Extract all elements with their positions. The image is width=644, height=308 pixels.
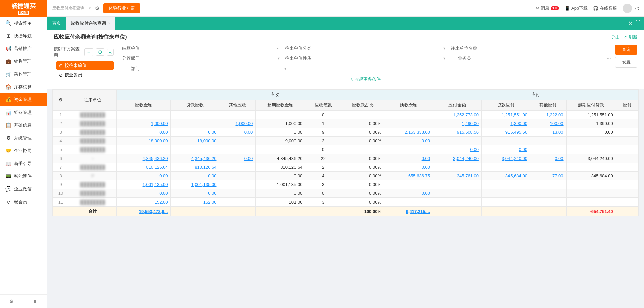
filter-main-row: 按以下方案查询 ＋ ⊙ « ⊙ 按往来单位 ⊙ 按业务员 xyxy=(54,45,637,85)
content: 应收应付余额查询(按往来单位) ↑ 导出 ↻ 刷新 按以下方案查询 xyxy=(47,30,644,308)
filter-row-2: 分管部门 ▾ 往来单位性质 ▾ 业务员 ··· xyxy=(119,55,611,62)
breadcrumb-chevron: ▾ xyxy=(89,6,91,11)
data-table: ⚙ 往来单位 应收 应付 应收金额 贷款应收 其他应收 超期应收金额 应收笔数 … xyxy=(52,89,639,216)
query-button[interactable]: 查询 xyxy=(615,45,637,55)
sidebar-item-库存核算[interactable]: 🏠库存核算 xyxy=(0,81,47,93)
nature-chevron-icon[interactable]: ▾ xyxy=(443,56,445,61)
dept-chevron-icon[interactable]: ▾ xyxy=(278,56,280,61)
sidebar-item-智能硬件[interactable]: 📟智能硬件 xyxy=(0,170,47,183)
main-area: 应收应付余额查询 ▾ ⚙ 体验行业方案 ✉ 消息 99+ 📱 App下载 🎧 在… xyxy=(47,0,644,308)
service-icon: 🎧 xyxy=(593,6,598,11)
table-row: 2████████1,000.001,000.001,000.0010.00%1… xyxy=(53,119,639,128)
user-name: Rit xyxy=(633,6,639,11)
option-icon-2: ⊙ xyxy=(59,73,63,78)
table-row: 10████████0.000.000.0000.00%0.00 xyxy=(53,189,639,198)
table-row: 1████████01,252,773.001,251,551.001,222.… xyxy=(53,111,639,119)
message-item[interactable]: ✉ 消息 99+ xyxy=(536,5,559,11)
field-label-category: 往来单位分类 xyxy=(285,45,311,51)
tab-home[interactable]: 首页 xyxy=(47,17,66,30)
field-label-nature: 往来单位性质 xyxy=(285,55,311,61)
sidebar-icon: 📢 xyxy=(5,46,11,52)
sidebar-item-资金管理[interactable]: 💰资金管理 xyxy=(0,93,47,106)
sidebar-icon: 📟 xyxy=(5,173,11,179)
sidebar-item-销售管理[interactable]: 💼销售管理 xyxy=(0,55,47,68)
sidebar-item-搜索菜单[interactable]: 🔍搜索菜单 xyxy=(0,17,47,30)
export-btn[interactable]: ↑ 导出 xyxy=(608,34,620,40)
filter-option-salesperson[interactable]: ⊙ 按业务员 xyxy=(56,71,114,79)
footer-rec-amt[interactable]: 19,553,472,6... xyxy=(116,207,171,216)
sidebar-settings-btn[interactable]: ⚙ xyxy=(7,297,16,305)
collapse-filter-btn[interactable]: « xyxy=(107,49,114,56)
footer-prepay[interactable]: 6,417,215.... xyxy=(384,207,433,216)
online-service-item[interactable]: 🎧 在线客服 xyxy=(593,5,617,11)
sidebar-icon: ⊞ xyxy=(5,33,11,39)
counterpart-name-input[interactable] xyxy=(479,45,611,52)
footer-pay-loan xyxy=(481,207,530,216)
department-chevron-icon[interactable]: ▾ xyxy=(284,66,286,71)
table-row: 9████████1,001,135.001,001,135.001,001,1… xyxy=(53,180,639,189)
message-label: 消息 xyxy=(541,5,549,11)
footer-pay-overdue: -654,751.40 xyxy=(566,207,616,216)
sidebar-item-label: 采购管理 xyxy=(14,71,32,77)
table-row: 3████████0.000.000.000.0090.00%2,153,333… xyxy=(53,128,639,137)
sidebar-item-快捷导航[interactable]: ⊞快捷导航 xyxy=(0,30,47,42)
col-pay-other: 其他应付 xyxy=(530,100,566,111)
sidebar-item-营销推广[interactable]: 📢营销推广 xyxy=(0,42,47,55)
salesperson-input[interactable] xyxy=(473,55,605,62)
page-title: 应收应付余额查询(按往来单位) xyxy=(54,34,127,41)
counterpart-category-input[interactable] xyxy=(313,45,448,52)
sidebar-item-企业微信[interactable]: 💬企业微信 xyxy=(0,183,47,195)
maximize-btn[interactable]: ⛶ xyxy=(635,20,641,26)
footer-rec-count xyxy=(305,207,341,216)
sidebar-item-label: 基础信息 xyxy=(14,122,32,128)
filter-sidebar: 按以下方案查询 ＋ ⊙ « ⊙ 按往来单位 ⊙ 按业务员 xyxy=(54,45,114,85)
sidebar-item-企业协同[interactable]: 🤝企业协同 xyxy=(0,144,47,157)
col-pay-amt: 应付金额 xyxy=(433,100,481,111)
sidebar-icon: 📖 xyxy=(5,161,11,167)
edit-filter-btn[interactable]: ⊙ xyxy=(96,48,104,56)
topbar: 应收应付余额查询 ▾ ⚙ 体验行业方案 ✉ 消息 99+ 📱 App下载 🎧 在… xyxy=(47,0,644,17)
add-filter-btn[interactable]: ＋ xyxy=(84,48,93,56)
avatar xyxy=(623,4,632,13)
filter-option-counterpart[interactable]: ⊙ 按往来单位 xyxy=(56,61,114,70)
counterpart-nature-input[interactable] xyxy=(313,55,448,62)
tab-active[interactable]: 应收应付余额查询 × xyxy=(66,17,115,30)
salesperson-dots[interactable]: ··· xyxy=(607,55,611,61)
dept-in-charge-input[interactable] xyxy=(142,55,282,62)
footer-label: 合计 xyxy=(69,207,117,216)
tab-label: 应收应付余额查询 xyxy=(71,20,106,26)
settlement-unit-dots[interactable]: ··· xyxy=(275,45,280,51)
setting-button[interactable]: 设置 xyxy=(615,57,637,68)
topbar-gear-icon[interactable]: ⚙ xyxy=(95,5,99,11)
message-badge: 99+ xyxy=(551,6,559,10)
sidebar-item-采购管理[interactable]: 🛒采购管理 xyxy=(0,68,47,81)
col-settings[interactable]: ⚙ xyxy=(53,90,69,111)
app-download-item[interactable]: 📱 App下载 xyxy=(565,5,588,11)
filter-collapse-row: ∧ 收起更多条件 xyxy=(119,75,611,85)
export-icon: ↑ xyxy=(608,35,610,40)
field-label-salesperson: 业务员 xyxy=(451,55,471,61)
user-avatar-item[interactable]: Rit xyxy=(623,4,639,13)
sidebar-item-基础信息[interactable]: 📋基础信息 xyxy=(0,119,47,132)
sidebar-item-经营管理[interactable]: 📊经营管理 xyxy=(0,106,47,119)
category-chevron-icon[interactable]: ▾ xyxy=(443,46,445,51)
tab-close-icon[interactable]: × xyxy=(108,21,110,25)
close-window-btn[interactable]: ✕ xyxy=(628,20,633,27)
sidebar-item-label: 新手引导 xyxy=(14,161,32,167)
app-download-label: App下载 xyxy=(571,5,588,11)
sidebar-item-系统管理[interactable]: ⚙系统管理 xyxy=(0,132,47,144)
refresh-btn[interactable]: ↻ 刷新 xyxy=(624,34,637,40)
sidebar-item-畅会员[interactable]: V畅会员 xyxy=(0,195,47,208)
sidebar-item-label: 系统管理 xyxy=(14,135,32,141)
sidebar-collapse-btn[interactable]: ⏸ xyxy=(30,297,40,305)
filter-method-label: 按以下方案查询 xyxy=(54,46,82,58)
option-label: 按往来单位 xyxy=(65,62,87,69)
department-input[interactable] xyxy=(142,65,289,72)
footer-rec-overdue xyxy=(256,207,305,216)
collapse-btn[interactable]: ∧ 收起更多条件 xyxy=(350,76,381,82)
table-container: ⚙ 往来单位 应收 应付 应收金额 贷款应收 其他应收 超期应收金额 应收笔数 … xyxy=(47,89,644,308)
settlement-unit-input[interactable] xyxy=(142,45,273,52)
sidebar-item-新手引导[interactable]: 📖新手引导 xyxy=(0,157,47,170)
sidebar-item-label: 经营管理 xyxy=(14,109,32,116)
promo-button[interactable]: 体验行业方案 xyxy=(103,3,140,13)
